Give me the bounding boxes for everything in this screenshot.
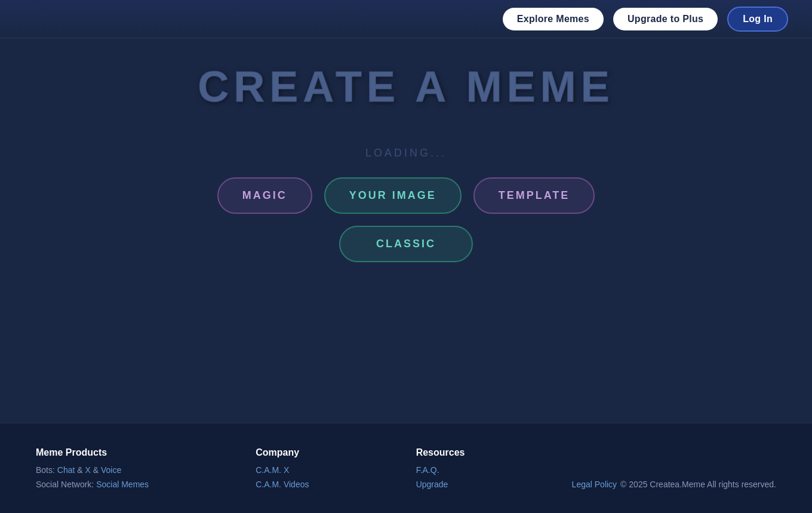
social-label: Social Network:: [36, 480, 94, 489]
bots-and2: &: [93, 465, 101, 475]
classic-button-row: CLASSIC: [339, 226, 473, 262]
meme-type-buttons-row: MAGIC YOUR IMAGE TEMPLATE: [217, 177, 595, 214]
footer-legal: Legal Policy © 2025 Createa.Meme All rig…: [572, 480, 776, 489]
footer: Meme Products Bots: Chat & X & Voice Soc…: [0, 423, 812, 513]
footer-copyright: © 2025 Createa.Meme All rights reserved.: [620, 480, 776, 489]
header: Explore Memes Upgrade to Plus Log In: [0, 0, 812, 38]
bots-label: Bots:: [36, 465, 55, 475]
your-image-button[interactable]: YOUR IMAGE: [324, 177, 462, 214]
explore-memes-button[interactable]: Explore Memes: [503, 8, 604, 30]
magic-button[interactable]: MAGIC: [217, 177, 312, 214]
bots-chat-link[interactable]: Chat: [57, 465, 75, 475]
faq-link[interactable]: F.A.Q.: [416, 465, 465, 475]
template-button[interactable]: TEMPLATE: [473, 177, 595, 214]
footer-company: Company C.A.M. X C.A.M. Videos: [256, 447, 309, 489]
main-content: CREATE A MEME LOADING... MAGIC YOUR IMAG…: [0, 38, 812, 423]
page-title: CREATE A MEME: [198, 62, 614, 111]
footer-social-text: Social Network: Social Memes: [36, 480, 149, 489]
classic-button[interactable]: CLASSIC: [339, 226, 473, 262]
social-memes-link[interactable]: Social Memes: [96, 480, 149, 489]
loading-subtitle: LOADING...: [365, 147, 447, 159]
log-in-button[interactable]: Log In: [727, 7, 788, 32]
upgrade-to-plus-button[interactable]: Upgrade to Plus: [613, 8, 718, 30]
legal-policy-link[interactable]: Legal Policy: [572, 480, 617, 489]
cam-x-link[interactable]: C.A.M. X: [256, 465, 309, 475]
upgrade-link[interactable]: Upgrade: [416, 480, 465, 489]
footer-products-heading: Meme Products: [36, 447, 149, 458]
footer-bots-text: Bots: Chat & X & Voice: [36, 465, 149, 475]
footer-company-heading: Company: [256, 447, 309, 458]
footer-resources-heading: Resources: [416, 447, 465, 458]
bots-and1: &: [77, 465, 85, 475]
footer-products: Meme Products Bots: Chat & X & Voice Soc…: [36, 447, 149, 489]
bots-voice-link[interactable]: Voice: [101, 465, 121, 475]
bots-x-link[interactable]: X: [85, 465, 91, 475]
cam-videos-link[interactable]: C.A.M. Videos: [256, 480, 309, 489]
footer-resources: Resources F.A.Q. Upgrade: [416, 447, 465, 489]
